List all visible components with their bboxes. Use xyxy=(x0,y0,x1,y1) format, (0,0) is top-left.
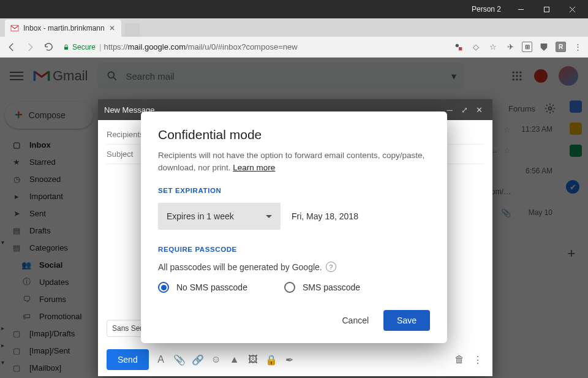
require-passcode-label: REQUIRE PASSCODE xyxy=(158,246,430,253)
reload-button[interactable] xyxy=(42,40,55,54)
profile-name[interactable]: Person 2 xyxy=(472,5,501,13)
url-text: https://mail.google.com/mail/u/0/#inbox?… xyxy=(104,42,297,51)
window-close-button[interactable] xyxy=(560,1,584,17)
radio-icon xyxy=(284,282,295,293)
forward-button[interactable] xyxy=(23,40,37,54)
save-button[interactable]: Save xyxy=(383,310,430,331)
extension-icons: ◇ ☆ ✈ ⊞ R ⋮ xyxy=(453,42,583,53)
gmail-app: Gmail ▾ + Compose ▢Inbox★Starred◷Snoozed… xyxy=(0,58,588,378)
modal-scrim[interactable]: Confidential mode Recipients will not ha… xyxy=(0,58,588,378)
radio-sms[interactable]: SMS passcode xyxy=(284,282,360,293)
radio-no-sms[interactable]: No SMS passcode xyxy=(158,282,247,293)
modal-title: Confidential mode xyxy=(158,127,430,142)
window-minimize-button[interactable] xyxy=(508,1,533,17)
extension-icon[interactable]: ⊞ xyxy=(522,42,532,52)
window-titlebar: Person 2 xyxy=(0,0,588,18)
learn-more-link[interactable]: Learn more xyxy=(233,163,275,172)
svg-rect-1 xyxy=(544,7,549,12)
url-box[interactable]: Secure | https://mail.google.com/mail/u/… xyxy=(60,39,448,55)
radio-icon xyxy=(158,282,169,293)
gmail-favicon-icon xyxy=(10,23,20,33)
secure-indicator[interactable]: Secure xyxy=(62,43,96,51)
extension-icon[interactable] xyxy=(453,42,464,53)
modal-description: Recipients will not have the option to f… xyxy=(158,149,430,173)
address-bar: Secure | https://mail.google.com/mail/u/… xyxy=(0,37,588,58)
set-expiration-label: SET EXPIRATION xyxy=(158,187,430,194)
expiration-value: Expires in 1 week xyxy=(167,211,234,221)
cancel-button[interactable]: Cancel xyxy=(333,310,377,331)
confidential-mode-dialog: Confidential mode Recipients will not ha… xyxy=(141,112,447,343)
extension-icon[interactable]: R xyxy=(556,42,566,52)
browser-tab[interactable]: Inbox - martin.brinkmann ✕ xyxy=(5,20,121,37)
lock-icon xyxy=(62,43,70,51)
svg-point-5 xyxy=(456,43,459,47)
extension-icon[interactable]: ✈ xyxy=(505,42,516,53)
secure-label: Secure xyxy=(72,43,96,51)
back-button[interactable] xyxy=(5,40,18,54)
passcode-note-text: All passcodes will be generated by Googl… xyxy=(158,262,322,272)
bookmark-star-icon[interactable]: ☆ xyxy=(488,42,499,53)
svg-rect-6 xyxy=(459,47,462,50)
window-maximize-button[interactable] xyxy=(534,1,559,17)
expiration-date: Fri, May 18, 2018 xyxy=(292,211,358,221)
tab-close-button[interactable]: ✕ xyxy=(108,24,116,32)
tab-title: Inbox - martin.brinkmann xyxy=(23,24,108,32)
expiration-dropdown[interactable]: Expires in 1 week xyxy=(158,203,281,230)
extension-icon[interactable]: ◇ xyxy=(470,42,481,53)
svg-rect-4 xyxy=(64,47,68,50)
extension-ublock-icon[interactable] xyxy=(538,42,549,53)
caret-down-icon xyxy=(266,215,272,218)
new-tab-button[interactable] xyxy=(125,23,140,37)
help-icon[interactable]: ? xyxy=(326,262,336,272)
chrome-menu-button[interactable]: ⋮ xyxy=(572,42,583,53)
tab-strip: Inbox - martin.brinkmann ✕ xyxy=(0,18,588,37)
